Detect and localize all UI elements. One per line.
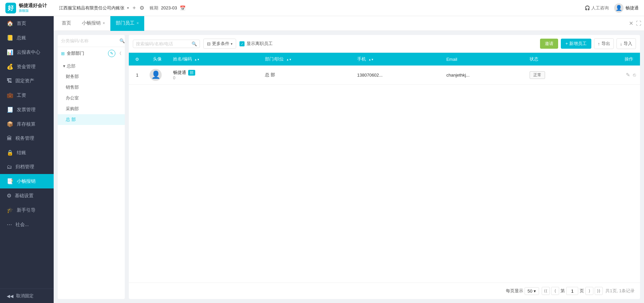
tab-department-close[interactable]: ×	[137, 21, 139, 26]
employee-search-box[interactable]: 🔍	[133, 40, 200, 48]
support-button[interactable]: 🎧 人工咨询	[585, 5, 609, 11]
dept-node-office[interactable]: 办公室	[58, 93, 125, 103]
col-phone[interactable]: 手机 ▲▼	[353, 53, 442, 66]
sidebar-item-invoice-label: 发票管理	[17, 107, 36, 113]
last-page-btn[interactable]: ⟩⟩	[595, 287, 603, 295]
page-label: 第	[560, 288, 565, 294]
tab-home[interactable]: 首页	[56, 16, 76, 31]
row-avatar: 👤	[146, 66, 169, 85]
dept-panel: 🔍 ⊞ 全部部门 ✎ 《 ▾ 总部 财务部 销售部 办公室 采购部 总 部	[58, 35, 125, 299]
page-nav: ⟨⟨ ⟨ 第 页 ⟩ ⟩⟩	[542, 287, 603, 295]
expense-icon: 📑	[7, 178, 13, 184]
user-menu[interactable]: 👤 畅捷通	[614, 3, 639, 13]
sidebar-item-reports[interactable]: 📊 云报表中心	[0, 45, 54, 59]
tab-expand-icon[interactable]: ⛶	[636, 20, 641, 27]
first-page-btn[interactable]: ⟨⟨	[542, 287, 550, 295]
add-employee-button[interactable]: + 新增员工	[561, 39, 591, 49]
employee-toolbar: 🔍 ⊟ 更多条件 ▾ ✓ 显示离职员工 邀请 + 新增员工	[129, 35, 640, 53]
filter-button[interactable]: ⊟ 更多条件 ▾	[203, 39, 236, 49]
total-info: 共1页, 1条记录	[605, 288, 635, 294]
sidebar-item-assets[interactable]: 🏗 固定资产	[0, 74, 54, 88]
sidebar-item-inventory[interactable]: 📦 库存核算	[0, 117, 54, 131]
employee-table: ⚙ 头像 姓名/编码 ▲▼ 部门/职位 ▲▼ 手机 ▲▼	[129, 53, 640, 85]
filter-label: 更多条件	[212, 41, 229, 47]
user-avatar: 👤	[614, 3, 624, 13]
dept-node-general[interactable]: 总 部	[58, 114, 125, 125]
table-row: 1 👤 畅捷通 部 0	[129, 66, 640, 85]
toolbar-right: 邀请 + 新增员工 ↑ 导出 ↓ 导入	[540, 38, 636, 49]
reports-icon: 📊	[7, 49, 13, 55]
dept-node-purchase[interactable]: 采购部	[58, 103, 125, 114]
row-dept: 总 部	[261, 66, 353, 85]
tab-expense-close[interactable]: ×	[103, 21, 105, 26]
sidebar-item-reports-label: 云报表中心	[17, 49, 40, 55]
col-settings-icon[interactable]: ⚙	[135, 57, 139, 62]
sidebar-item-close[interactable]: 🔒 结账	[0, 145, 54, 160]
sidebar-item-funds[interactable]: 💰 资金管理	[0, 59, 54, 74]
employee-dept-badge: 部	[188, 70, 195, 76]
next-page-btn[interactable]: ⟩	[585, 287, 593, 295]
sidebar-item-tax-label: 税务管理	[15, 135, 34, 141]
dept-tree: ▾ 总部 财务部 销售部 办公室 采购部 总 部	[58, 60, 125, 299]
sidebar-item-invoice[interactable]: 🧾 发票管理	[0, 102, 54, 117]
dept-collapse-icon[interactable]: 《	[117, 51, 121, 56]
calendar-icon[interactable]: 📅	[180, 5, 185, 11]
sidebar-item-home[interactable]: 🏠 首页	[0, 16, 54, 31]
row-phone: 138070602...	[353, 66, 442, 85]
sidebar-item-basic[interactable]: ⚙ 基础设置	[0, 188, 54, 203]
sidebar-item-guide[interactable]: 🎓 新手引导	[0, 203, 54, 217]
pin-toggle[interactable]: ◀◀ 取消固定	[0, 289, 54, 303]
col-name[interactable]: 姓名/编码 ▲▼	[169, 53, 261, 66]
dept-edit-icon[interactable]: ✎	[108, 50, 115, 57]
dept-search-icon[interactable]: 🔍	[119, 38, 125, 43]
period-value: 2023-03	[161, 5, 177, 10]
col-dept[interactable]: 部门/职位 ▲▼	[261, 53, 353, 66]
sidebar-item-payroll[interactable]: 💼 工资	[0, 88, 54, 102]
sort-phone-icon[interactable]: ▲▼	[368, 58, 374, 61]
sidebar: 🏠 首页 📒 总账 📊 云报表中心 💰 资金管理 🏗 固定资产 💼 工资 🧾 发…	[0, 16, 54, 303]
sidebar-item-more[interactable]: ⋯ 社会...	[0, 217, 54, 232]
sort-dept-icon[interactable]: ▲▼	[286, 58, 292, 61]
home-icon: 🏠	[7, 20, 13, 27]
tab-expense[interactable]: 小畅报销 ×	[76, 16, 110, 31]
settings-icon[interactable]: ⚙	[140, 5, 144, 11]
dept-all-header[interactable]: ⊞ 全部部门 ✎ 《	[58, 47, 125, 60]
import-button[interactable]: ↓ 导入	[616, 38, 636, 49]
export-button[interactable]: ↑ 导出	[594, 38, 614, 49]
logout-icon[interactable]: ⎋	[633, 72, 636, 78]
page-input[interactable]	[566, 287, 578, 295]
invite-button[interactable]: 邀请	[540, 39, 558, 49]
sidebar-item-funds-label: 资金管理	[17, 64, 36, 70]
show-resigned-checkbox[interactable]: ✓	[239, 41, 245, 46]
per-page-select[interactable]: 50 ▾	[525, 287, 539, 295]
status-badge: 正常	[530, 71, 545, 79]
support-label: 人工咨询	[591, 5, 609, 11]
dept-node-sales[interactable]: 销售部	[58, 82, 125, 93]
employee-search-input[interactable]	[136, 41, 190, 46]
add-company-icon[interactable]: ＋	[131, 4, 137, 11]
logo-text-area: 畅捷通好会计 旗舰版	[19, 3, 47, 13]
dept-node-finance[interactable]: 财务部	[58, 71, 125, 82]
logo-area: 好 畅捷通好会计 旗舰版	[5, 3, 59, 13]
employee-name-text: 畅捷通	[173, 70, 186, 76]
sidebar-item-ledger[interactable]: 📒 总账	[0, 31, 54, 45]
show-resigned-toggle[interactable]: ✓ 显示离职员工	[239, 41, 273, 47]
col-settings[interactable]: ⚙	[129, 53, 146, 66]
content-area: 首页 小畅报销 × 部门员工 × ✕ ⛶ 🔍	[54, 16, 644, 303]
dept-search-input[interactable]	[61, 38, 117, 43]
tax-icon: 🏛	[7, 135, 12, 141]
sidebar-item-tax[interactable]: 🏛 税务管理	[0, 131, 54, 145]
edit-icon[interactable]: ✎	[626, 72, 630, 78]
tab-close-all-icon[interactable]: ✕	[629, 20, 633, 27]
per-page-label: 每页显示	[506, 288, 523, 294]
export-icon: ↑	[598, 41, 600, 46]
employee-search-icon[interactable]: 🔍	[192, 41, 197, 46]
company-dropdown-icon[interactable]: ▾	[127, 6, 129, 10]
prev-page-btn[interactable]: ⟨	[551, 287, 559, 295]
sort-name-icon[interactable]: ▲▼	[194, 58, 200, 61]
close-period-icon: 🔒	[7, 149, 13, 156]
sidebar-item-archive[interactable]: 🗂 归档管理	[0, 160, 54, 174]
invoice-icon: 🧾	[7, 106, 13, 113]
sidebar-item-expense[interactable]: 📑 小畅报销	[0, 174, 54, 188]
tab-department[interactable]: 部门员工 ×	[110, 16, 144, 31]
